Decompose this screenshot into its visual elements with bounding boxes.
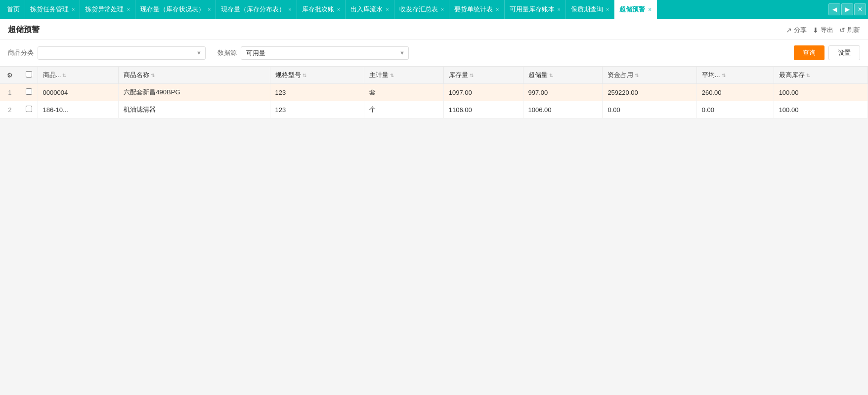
row-max-stock: 100.00 — [774, 101, 868, 118]
row-name: 六配套新昌490BPG — [119, 84, 270, 101]
close-tab-quality-check-icon[interactable]: × — [606, 6, 609, 12]
th-name[interactable]: 商品名称⇅ — [119, 67, 270, 84]
table-row: 1 0000004 六配套新昌490BPG 123 套 1097.00 997.… — [0, 84, 868, 101]
sort-icon-capital: ⇅ — [635, 73, 639, 78]
query-button[interactable]: 查询 — [794, 45, 825, 60]
row-capital: 0.00 — [603, 101, 696, 118]
row-stock: 1106.00 — [443, 101, 523, 118]
category-select[interactable] — [38, 46, 206, 60]
nav-prev-button[interactable]: ◀ — [828, 3, 840, 15]
close-tab-batch-account-icon[interactable]: × — [337, 6, 340, 12]
share-button[interactable]: ↗ 分享 — [786, 26, 807, 35]
close-tab-overstock-warning-icon[interactable]: × — [648, 6, 651, 12]
header-actions: ↗ 分享 ⬇ 导出 ↺ 刷新 — [786, 26, 860, 35]
th-avg[interactable]: 平均...⇅ — [696, 67, 774, 84]
refresh-icon: ↺ — [839, 26, 845, 34]
row-spec: 123 — [270, 101, 364, 118]
th-code[interactable]: 商品...⇅ — [38, 67, 119, 84]
row-num: 1 — [0, 84, 20, 101]
close-tab-inventory-status-icon[interactable]: × — [208, 6, 211, 12]
share-icon: ↗ — [786, 26, 792, 34]
sort-icon-spec: ⇅ — [303, 73, 306, 78]
th-spec[interactable]: 规格型号⇅ — [270, 67, 364, 84]
th-checkbox — [20, 67, 38, 84]
settings-button[interactable]: 设置 — [828, 45, 860, 60]
th-stock[interactable]: 库存量⇅ — [443, 67, 523, 84]
sort-icon-name: ⇅ — [151, 73, 155, 78]
category-label: 商品分类 — [8, 48, 34, 57]
nav-close-button[interactable]: ✕ — [854, 3, 866, 15]
export-button[interactable]: ⬇ 导出 — [813, 26, 833, 35]
sort-icon-unit: ⇅ — [390, 73, 394, 78]
th-overstock[interactable]: 超储量⇅ — [523, 67, 603, 84]
row-unit: 个 — [364, 101, 443, 118]
close-tab-receipt-summary-icon[interactable]: × — [441, 6, 444, 12]
nav-next-button[interactable]: ▶ — [841, 3, 853, 15]
row-checkbox-cell — [20, 101, 38, 118]
nav-tab-inventory-dist[interactable]: 现存量（库存分布表）× — [216, 0, 297, 19]
sort-icon-code: ⇅ — [62, 73, 66, 78]
nav-tab-batch-account[interactable]: 库存批次账× — [297, 0, 346, 19]
row-max-stock: 100.00 — [774, 84, 868, 101]
row-unit: 套 — [364, 84, 443, 101]
row-num: 2 — [0, 101, 20, 118]
close-tab-tuguo-exception-icon[interactable]: × — [127, 6, 130, 12]
row-capital: 259220.00 — [603, 84, 696, 101]
table-wrap: ⚙ 商品...⇅ 商品名称⇅ 规格型号⇅ 主计量⇅ 库存量⇅ 超储量⇅ 资金占用… — [0, 66, 868, 118]
row-avg: 0.00 — [696, 101, 774, 118]
nav-tab-inout-flow[interactable]: 出入库流水× — [346, 0, 394, 19]
th-unit[interactable]: 主计量⇅ — [364, 67, 443, 84]
sort-icon-avg: ⇅ — [722, 73, 726, 78]
datasource-select[interactable]: 可用量 库存量 — [241, 46, 409, 60]
table-header-row: ⚙ 商品...⇅ 商品名称⇅ 规格型号⇅ 主计量⇅ 库存量⇅ 超储量⇅ 资金占用… — [0, 67, 868, 84]
sort-icon-max-stock: ⇅ — [806, 73, 810, 78]
row-avg: 260.00 — [696, 84, 774, 101]
nav-arrows: ◀ ▶ ✕ — [828, 3, 866, 15]
row-name: 机油滤清器 — [119, 101, 270, 118]
row-checkbox[interactable] — [26, 88, 32, 95]
close-tab-inventory-dist-icon[interactable]: × — [288, 6, 291, 12]
row-overstock: 997.00 — [523, 84, 603, 101]
row-checkbox[interactable] — [26, 106, 32, 112]
th-capital[interactable]: 资金占用⇅ — [603, 67, 696, 84]
nav-tab-inventory-status[interactable]: 现存量（库存状况表）× — [135, 0, 216, 19]
filter-area: 商品分类 ▼ 数据源 可用量 库存量 ▼ 查询 设置 — [0, 40, 868, 66]
row-checkbox-cell — [20, 84, 38, 101]
nav-tab-home[interactable]: 首页 — [2, 0, 25, 19]
data-table: ⚙ 商品...⇅ 商品名称⇅ 规格型号⇅ 主计量⇅ 库存量⇅ 超储量⇅ 资金占用… — [0, 66, 868, 118]
close-tab-tuguo-task-icon[interactable]: × — [72, 6, 75, 12]
datasource-select-wrap: 可用量 库存量 ▼ — [241, 46, 409, 60]
th-gear[interactable]: ⚙ — [0, 67, 20, 84]
close-tab-order-stats-icon[interactable]: × — [496, 6, 499, 12]
top-nav: 首页拣货任务管理×拣货异常处理×现存量（库存状况表）×现存量（库存分布表）×库存… — [0, 0, 868, 19]
datasource-label: 数据源 — [217, 48, 237, 57]
nav-tab-order-stats[interactable]: 要货单统计表× — [449, 0, 504, 19]
nav-tab-overstock-warning[interactable]: 超储预警× — [614, 0, 656, 19]
page-title: 超储预警 — [8, 25, 40, 35]
select-all-checkbox[interactable] — [26, 71, 32, 78]
datasource-filter-group: 数据源 可用量 库存量 ▼ — [217, 46, 409, 60]
nav-tab-receipt-summary[interactable]: 收发存汇总表× — [394, 0, 449, 19]
category-filter-group: 商品分类 ▼ — [8, 46, 206, 60]
category-select-wrap: ▼ — [38, 46, 206, 60]
page-content: 超储预警 ↗ 分享 ⬇ 导出 ↺ 刷新 商品分类 ▼ — [0, 19, 868, 118]
nav-tab-tuguo-exception[interactable]: 拣货异常处理× — [80, 0, 135, 19]
close-tab-available-account-icon[interactable]: × — [558, 6, 561, 12]
filter-actions: 查询 设置 — [794, 45, 860, 60]
nav-tab-quality-check[interactable]: 保质期查询× — [566, 0, 614, 19]
row-code: 186-10... — [38, 101, 119, 118]
sort-icon-stock: ⇅ — [470, 73, 474, 78]
table-row: 2 186-10... 机油滤清器 123 个 1106.00 1006.00 … — [0, 101, 868, 118]
nav-tab-tuguo-task[interactable]: 拣货任务管理× — [25, 0, 80, 19]
row-code: 0000004 — [38, 84, 119, 101]
row-stock: 1097.00 — [443, 84, 523, 101]
page-header: 超储预警 ↗ 分享 ⬇ 导出 ↺ 刷新 — [0, 19, 868, 40]
close-tab-inout-flow-icon[interactable]: × — [386, 6, 389, 12]
row-overstock: 1006.00 — [523, 101, 603, 118]
th-max-stock[interactable]: 最高库存⇅ — [774, 67, 868, 84]
sort-icon-overstock: ⇅ — [549, 73, 553, 78]
row-spec: 123 — [270, 84, 364, 101]
nav-tab-available-account[interactable]: 可用量库存账本× — [505, 0, 566, 19]
export-icon: ⬇ — [813, 26, 819, 34]
refresh-button[interactable]: ↺ 刷新 — [839, 26, 860, 35]
